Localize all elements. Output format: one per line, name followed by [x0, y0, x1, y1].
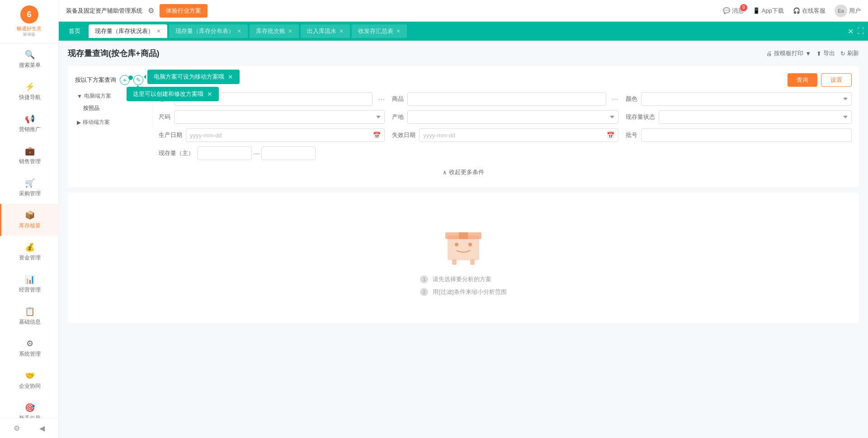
- sidebar-settings-button[interactable]: ⚙: [14, 424, 20, 433]
- sidebar-item-guide[interactable]: 🎯 新手引导: [0, 396, 58, 418]
- user-item[interactable]: Ea 用户: [835, 5, 861, 17]
- top-header: 装备及固定资产辅助管理系统 ⚙ 体验行业方案 💬 消息 9 📱 App下载 🎧 …: [59, 0, 868, 22]
- support-icon: 🎧: [793, 7, 800, 14]
- refresh-button[interactable]: ↻ 刷新: [840, 49, 859, 57]
- goods-input[interactable]: [407, 92, 606, 106]
- reset-button[interactable]: 设置: [821, 73, 852, 87]
- sidebar-item-label: 库存核算: [19, 222, 41, 230]
- tab-inventory-dist[interactable]: 现存量（库存分布表） ✕: [169, 24, 248, 38]
- support-item[interactable]: 🎧 在线客服: [793, 7, 826, 15]
- origin-select[interactable]: [407, 110, 618, 124]
- tab-batch[interactable]: 库存批次账 ✕: [250, 24, 299, 38]
- scheme-tooltip: 电脑方案可设为移动方案哦 ✕: [147, 70, 240, 84]
- industry-btn[interactable]: 体验行业方案: [160, 4, 208, 18]
- sidebar-item-search[interactable]: 🔍 搜索菜单: [0, 43, 58, 75]
- sidebar-item-sales[interactable]: 💼 销售管理: [0, 140, 58, 172]
- tab-close-all-button[interactable]: ✕: [848, 27, 854, 36]
- search-button[interactable]: 查询: [788, 73, 817, 87]
- empty-svg: [436, 220, 491, 265]
- goods-dots: ···: [612, 95, 618, 103]
- empty-illustration: [436, 220, 491, 266]
- sidebar-collapse-button[interactable]: ◀: [39, 424, 45, 433]
- sidebar-item-finance[interactable]: 💰 资金管理: [0, 236, 58, 268]
- tab-label: 收发存汇总表: [358, 27, 393, 35]
- production-date-label: 生产日期: [159, 131, 182, 139]
- filter-section: 按以下方案查询 + ✎ « 电脑方案可设为移动方案哦 ✕ 查询 设置: [68, 66, 859, 187]
- filter-search-actions: 查询 设置: [788, 73, 852, 87]
- size-filter: 尺码: [159, 110, 385, 124]
- sidebar-item-inventory[interactable]: 📦 库存核算: [0, 204, 58, 236]
- tab-home[interactable]: 首页: [62, 24, 87, 38]
- sidebar-item-marketing[interactable]: 📢 营销推广: [0, 108, 58, 140]
- desktop-scheme-label: 电脑端方案: [84, 92, 111, 100]
- sidebar-item-purchase[interactable]: 🛒 采购管理: [0, 172, 58, 204]
- message-item[interactable]: 💬 消息 9: [723, 7, 744, 15]
- enterprise-icon: 🤝: [25, 371, 35, 381]
- purchase-icon: 🛒: [25, 178, 35, 188]
- collapse-row[interactable]: ∧ 收起更多条件: [75, 165, 852, 180]
- page-title-row: 现存量查询(按仓库+商品) 🖨 按模板打印 ▼ ⬆ 导出 ↻ 刷新: [68, 48, 859, 59]
- color-select[interactable]: [641, 92, 852, 106]
- mobile-scheme-arrow: ▶: [77, 119, 81, 126]
- header-right: 💬 消息 9 📱 App下载 🎧 在线客服 Ea 用户: [723, 5, 861, 17]
- tab-close-icon[interactable]: ✕: [339, 28, 344, 34]
- production-date-placeholder: yyyy-mm-dd: [190, 132, 371, 139]
- create-tooltip-close[interactable]: ✕: [207, 90, 212, 98]
- size-select[interactable]: [174, 110, 385, 124]
- refresh-icon: ↻: [840, 50, 845, 57]
- download-item[interactable]: 📱 App下载: [753, 7, 784, 15]
- expiry-date-label: 失效日期: [392, 131, 415, 139]
- mobile-scheme-group[interactable]: ▶ 移动端方案: [73, 116, 152, 129]
- download-label: App下载: [762, 7, 784, 15]
- stock-status-select[interactable]: [659, 110, 852, 124]
- sidebar-item-basic[interactable]: 📋 基础信息: [0, 300, 58, 332]
- sidebar-item-system[interactable]: ⚙ 系统管理: [0, 332, 58, 364]
- batch-input[interactable]: [641, 128, 852, 142]
- empty-step1: 1 请先选择要分析的方案: [420, 275, 506, 283]
- quicknav-icon: ⚡: [25, 82, 35, 92]
- sidebar-item-management[interactable]: 📊 经营管理: [0, 268, 58, 300]
- refresh-label: 刷新: [847, 49, 859, 57]
- sidebar-item-label: 销售管理: [19, 158, 41, 165]
- tab-close-icon[interactable]: ✕: [396, 28, 401, 34]
- tab-expand-button[interactable]: ⛶: [857, 27, 864, 35]
- sidebar-item-quicknav[interactable]: ⚡ 快捷导航: [0, 75, 58, 108]
- step2-text: 用[过滤]条件来缩小分析范围: [433, 288, 506, 296]
- guide-icon: 🎯: [25, 403, 35, 413]
- tab-bar-right: ✕ ⛶: [848, 27, 864, 36]
- avatar-text: Ea: [838, 8, 844, 14]
- expiry-date-input[interactable]: yyyy-mm-dd 📅: [419, 128, 618, 142]
- print-button[interactable]: 🖨 按模板打印 ▼: [766, 49, 811, 57]
- marketing-icon: 📢: [25, 114, 35, 124]
- create-tooltip-text: 这里可以创建和修改方案哦: [133, 90, 203, 98]
- stock-max-input[interactable]: [261, 146, 316, 160]
- collapse-label: 收起更多条件: [449, 168, 484, 176]
- svg-rect-0: [448, 235, 479, 260]
- sidebar-item-enterprise[interactable]: 🤝 企业协同: [0, 364, 58, 396]
- message-badge: 9: [740, 4, 747, 11]
- sidebar-item-label: 系统管理: [19, 350, 41, 358]
- scheme-item-product[interactable]: 按照品: [73, 103, 152, 114]
- avatar: Ea: [835, 5, 847, 17]
- scheme-tooltip-close[interactable]: ✕: [228, 73, 233, 80]
- calendar-icon: 📅: [373, 132, 381, 139]
- tab-close-icon[interactable]: ✕: [237, 28, 241, 34]
- stock-min-input[interactable]: [198, 146, 252, 160]
- svg-point-4: [468, 243, 472, 246]
- sidebar-item-label: 经营管理: [19, 286, 41, 294]
- tab-inout[interactable]: 出入库流水 ✕: [301, 24, 350, 38]
- tab-summary[interactable]: 收发存汇总表 ✕: [352, 24, 407, 38]
- filter-fields: 仓库 ··· 商品 ··· 颜色: [159, 92, 852, 160]
- stock-main-filter: 现存量（主） —: [159, 146, 387, 160]
- range-separator: —: [254, 150, 259, 157]
- export-button[interactable]: ⬆ 导出: [816, 49, 835, 57]
- sidebar-bottom: ⚙ ◀: [0, 418, 58, 438]
- sidebar-item-label: 营销推广: [19, 126, 41, 133]
- tab-bar: 首页 现存量（库存状况表） ✕ 现存量（库存分布表） ✕ 库存批次账 ✕ 出入库…: [59, 22, 868, 41]
- settings-icon[interactable]: ⚙: [148, 6, 154, 15]
- production-date-input[interactable]: yyyy-mm-dd 📅: [186, 128, 385, 142]
- tab-close-icon[interactable]: ✕: [288, 28, 292, 34]
- tab-close-icon[interactable]: ✕: [156, 28, 161, 34]
- production-date-filter: 生产日期 yyyy-mm-dd 📅: [159, 128, 385, 142]
- tab-inventory-status[interactable]: 现存量（库存状况表） ✕: [89, 24, 167, 38]
